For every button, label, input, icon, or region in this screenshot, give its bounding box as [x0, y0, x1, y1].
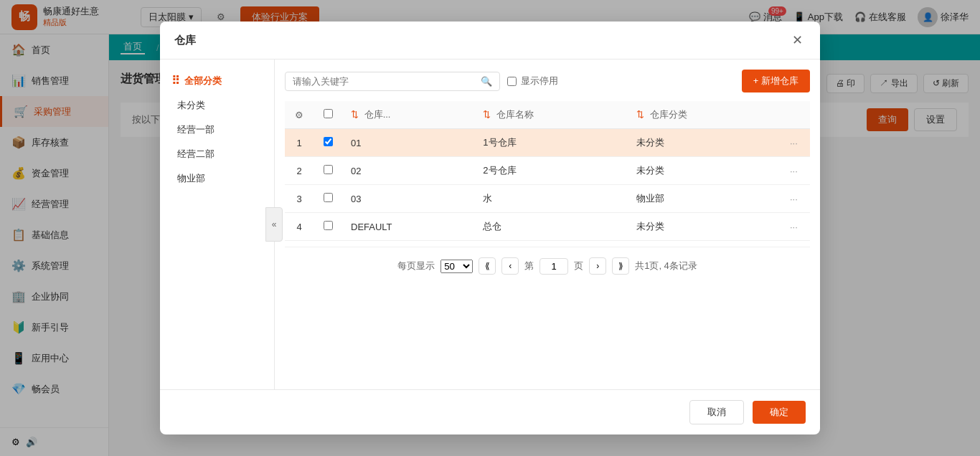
row-num-2: 3 [285, 185, 314, 213]
table-row[interactable]: 2 02 2号仓库 未分类 ··· [285, 157, 810, 185]
category-item-3[interactable]: 物业部 [160, 166, 274, 191]
all-categories-item[interactable]: ⠿ 全部分类 [160, 68, 274, 93]
col-settings: ⚙ [285, 101, 314, 129]
next-page-btn[interactable]: › [589, 257, 606, 275]
search-icon[interactable]: 🔍 [481, 76, 492, 87]
category-item-0[interactable]: 未分类 [160, 93, 274, 118]
show-disabled-checkbox[interactable] [507, 77, 517, 86]
table-row[interactable]: 4 DEFAULT 总仓 未分类 ··· [285, 213, 810, 241]
grid-icon: ⠿ [171, 74, 180, 87]
dialog-header: 仓库 ✕ [160, 22, 820, 60]
dialog-main: 🔍 显示停用 + 新增仓库 ⚙ [275, 60, 820, 389]
row-num-0: 1 [285, 129, 314, 157]
row-code-1: 02 [342, 157, 474, 185]
row-code-0: 01 [342, 129, 474, 157]
row-code-2: 03 [342, 185, 474, 213]
row-more-0[interactable]: ··· [781, 129, 810, 157]
select-all-checkbox[interactable] [324, 109, 333, 118]
row-checkbox-3[interactable] [314, 213, 342, 241]
row-num-1: 2 [285, 157, 314, 185]
row-checkbox-2[interactable] [314, 185, 342, 213]
last-page-btn[interactable]: ⟫ [612, 257, 629, 275]
sort-icon-category: ⇅ [636, 109, 644, 120]
dialog-footer: 取消 确定 [160, 389, 820, 434]
col-actions [781, 101, 810, 129]
search-box: 🔍 [285, 72, 500, 91]
first-page-btn[interactable]: ⟪ [479, 257, 496, 275]
cancel-button[interactable]: 取消 [689, 400, 744, 424]
table-row[interactable]: 3 03 水 物业部 ··· [285, 185, 810, 213]
row-more-1[interactable]: ··· [781, 157, 810, 185]
prev-page-btn[interactable]: ‹ [501, 257, 519, 275]
collapse-sidebar-button[interactable]: « [265, 207, 283, 242]
row-num-3: 4 [285, 213, 314, 241]
col-code[interactable]: ⇅ 仓库... [342, 101, 474, 129]
category-item-2[interactable]: 经营二部 [160, 142, 274, 166]
page-number-input[interactable] [540, 258, 568, 275]
col-category[interactable]: ⇅ 仓库分类 [628, 101, 781, 129]
table-header-row: ⚙ ⇅ 仓库... ⇅ 仓库名称 [285, 101, 810, 129]
row-category-0: 未分类 [628, 129, 781, 157]
row-checkbox-1[interactable] [314, 157, 342, 185]
col-name[interactable]: ⇅ 仓库名称 [474, 101, 628, 129]
confirm-button[interactable]: 确定 [753, 401, 806, 424]
category-sidebar: « ⠿ 全部分类 未分类 经营一部 经营二部 物业部 [160, 60, 275, 389]
search-input[interactable] [293, 76, 476, 87]
row-category-3: 未分类 [628, 213, 781, 241]
row-name-0: 1号仓库 [474, 129, 628, 157]
row-name-2: 水 [474, 185, 628, 213]
warehouse-dialog: 仓库 ✕ « ⠿ 全部分类 未分类 经营一部 经营二部 物业部 🔍 [160, 22, 820, 434]
row-more-3[interactable]: ··· [781, 213, 810, 241]
sort-icon-code: ⇅ [351, 109, 359, 120]
dialog-title: 仓库 [174, 34, 196, 47]
row-checkbox-0[interactable] [314, 129, 342, 157]
col-checkbox [314, 101, 342, 129]
warehouse-table: ⚙ ⇅ 仓库... ⇅ 仓库名称 [285, 101, 810, 241]
page-size-select[interactable]: 50 100 200 [440, 260, 473, 273]
row-code-3: DEFAULT [342, 213, 474, 241]
table-body: 1 01 1号仓库 未分类 ··· 2 02 2号仓库 未分类 ··· 3 03… [285, 129, 810, 241]
row-name-1: 2号仓库 [474, 157, 628, 185]
sort-icon-name: ⇅ [483, 109, 491, 120]
add-warehouse-button[interactable]: + 新增仓库 [742, 70, 810, 92]
dialog-close-button[interactable]: ✕ [788, 32, 806, 49]
dialog-toolbar: 🔍 显示停用 + 新增仓库 [285, 70, 810, 92]
pagination: 每页显示 50 100 200 ⟪ ‹ 第 页 › ⟫ 共1页, 4条记录 [285, 247, 810, 285]
category-item-1[interactable]: 经营一部 [160, 118, 274, 142]
table-row[interactable]: 1 01 1号仓库 未分类 ··· [285, 129, 810, 157]
show-disabled-label: 显示停用 [507, 75, 558, 87]
dialog-body: « ⠿ 全部分类 未分类 经营一部 经营二部 物业部 🔍 显示停用 [160, 60, 820, 389]
row-category-1: 未分类 [628, 157, 781, 185]
row-category-2: 物业部 [628, 185, 781, 213]
row-name-3: 总仓 [474, 213, 628, 241]
row-more-2[interactable]: ··· [781, 185, 810, 213]
